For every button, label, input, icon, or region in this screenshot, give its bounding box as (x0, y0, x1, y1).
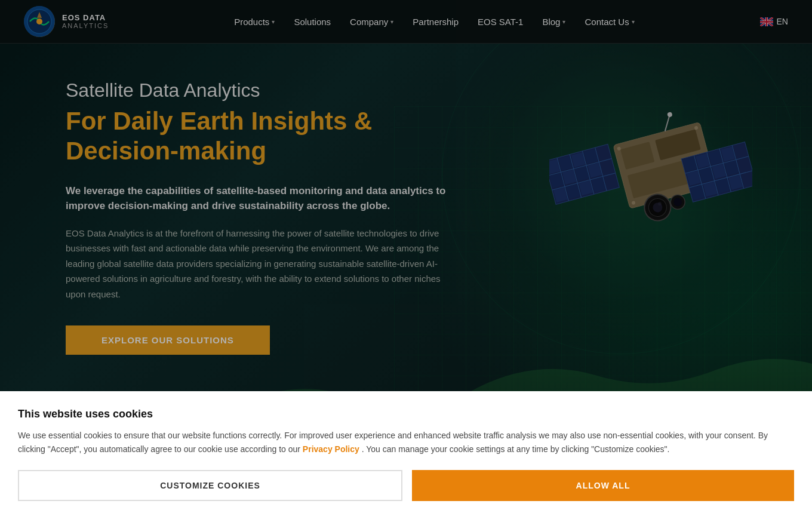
customize-cookies-button[interactable]: CUSTOMIZE COOKIES (18, 470, 402, 501)
cookie-text: We use essential cookies to ensure that … (18, 429, 794, 456)
cookie-buttons: CUSTOMIZE COOKIES ALLOW ALL (18, 470, 794, 501)
cookie-title: This website uses cookies (18, 408, 794, 420)
cookie-banner: This website uses cookies We use essenti… (0, 391, 812, 513)
allow-all-button[interactable]: ALLOW ALL (412, 470, 794, 501)
privacy-policy-link[interactable]: Privacy Policy (303, 444, 359, 454)
